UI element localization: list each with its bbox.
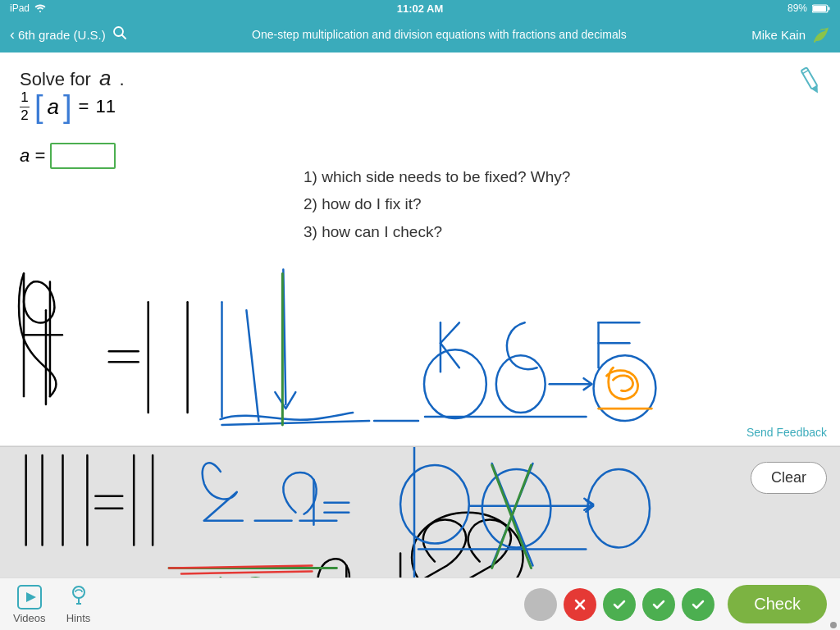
hints-button[interactable]: Hints xyxy=(66,584,92,624)
drawing-canvas-white xyxy=(0,52,840,445)
answer-label: a = xyxy=(20,145,45,167)
answer-input[interactable] xyxy=(50,143,116,169)
answer-bubble-check-1 xyxy=(603,588,636,621)
equation-variable: a xyxy=(48,94,59,120)
back-label: 6th grade (U.S.) xyxy=(18,28,106,42)
variable-label: a xyxy=(99,66,111,90)
svg-point-0 xyxy=(39,11,41,12)
svg-point-16 xyxy=(496,355,546,413)
battery-label: 89% xyxy=(788,2,807,14)
status-left: iPad xyxy=(10,2,46,14)
nav-bar: ‹ 6th grade (U.S.) One-step multiplicati… xyxy=(0,16,840,52)
svg-line-5 xyxy=(121,34,126,39)
bottom-bar: Videos Hints xyxy=(0,578,840,630)
clear-button[interactable]: Clear xyxy=(751,462,827,494)
svg-point-17 xyxy=(594,355,656,421)
questions-block: 1) which side needs to be fixed? Why? 2)… xyxy=(304,163,570,245)
battery-icon xyxy=(812,4,830,13)
main-area: Solve for a . 1 2 [ a ] = 11 a = 1) xyxy=(0,52,840,614)
nav-right: Mike Kain xyxy=(751,25,830,44)
answer-bubble-empty-1 xyxy=(524,588,557,621)
svg-line-48 xyxy=(492,463,533,566)
videos-label: Videos xyxy=(13,612,46,624)
answer-bubble-check-2 xyxy=(642,588,675,621)
svg-rect-2 xyxy=(813,6,826,11)
x-icon xyxy=(573,598,587,611)
svg-rect-3 xyxy=(829,7,830,10)
numerator: 1 xyxy=(21,90,28,106)
status-right: 89% xyxy=(788,2,830,14)
equation-value: 11 xyxy=(95,96,115,117)
svg-line-50 xyxy=(492,465,532,568)
svg-point-44 xyxy=(482,469,551,548)
pencil-icon[interactable] xyxy=(794,64,827,104)
equals-sign: = xyxy=(79,96,89,117)
svg-point-43 xyxy=(400,465,469,544)
leaf-icon xyxy=(810,25,830,44)
time-label: 11:02 AM xyxy=(397,2,444,15)
fraction-display: 1 2 xyxy=(20,90,30,123)
left-bracket: [ xyxy=(34,91,43,122)
user-label: Mike Kain xyxy=(751,28,806,42)
right-bracket: ] xyxy=(63,91,72,122)
videos-button[interactable]: Videos xyxy=(13,584,46,624)
question-3: 3) how can I check? xyxy=(304,218,570,245)
question-1: 1) which side needs to be fixed? Why? xyxy=(304,163,570,190)
send-feedback-link[interactable]: Send Feedback xyxy=(746,426,827,439)
equation-display: 1 2 [ a ] = 11 xyxy=(20,90,116,123)
search-icon[interactable] xyxy=(112,25,127,44)
svg-line-8 xyxy=(803,71,809,74)
question-2: 2) how do I fix it? xyxy=(304,190,570,217)
hint-icon xyxy=(66,584,92,610)
check-icon-1 xyxy=(611,596,628,613)
problem-area: Solve for a . 1 2 [ a ] = 11 a = 1) xyxy=(0,52,840,446)
check-icon-2 xyxy=(651,596,667,613)
answer-bubble-check-3 xyxy=(682,588,714,621)
svg-rect-6 xyxy=(801,67,818,89)
solve-for-label: Solve for a . xyxy=(20,66,125,91)
device-label: iPad xyxy=(10,2,30,14)
svg-point-15 xyxy=(424,349,486,418)
svg-point-45 xyxy=(587,469,650,548)
denominator: 2 xyxy=(21,108,28,124)
answer-row: a = xyxy=(20,143,116,169)
status-bar: iPad 11:02 AM 89% xyxy=(0,0,840,16)
svg-marker-7 xyxy=(812,86,821,95)
svg-line-47 xyxy=(492,463,533,566)
check-icon-3 xyxy=(690,596,706,613)
corner-dot xyxy=(830,622,837,628)
svg-point-58 xyxy=(73,587,84,598)
svg-line-13 xyxy=(222,421,370,425)
svg-line-24 xyxy=(246,310,258,421)
check-button[interactable]: Check xyxy=(728,585,827,623)
play-icon xyxy=(16,584,43,610)
page-title: One-step multiplication and division equ… xyxy=(127,28,751,41)
svg-line-55 xyxy=(181,571,312,573)
back-button[interactable]: ‹ 6th grade (U.S.) xyxy=(10,26,106,43)
wifi-icon xyxy=(34,4,46,12)
back-arrow-icon: ‹ xyxy=(10,26,15,43)
answer-bubble-x xyxy=(564,588,596,621)
answer-bubbles xyxy=(524,588,714,621)
hints-label: Hints xyxy=(66,612,91,624)
svg-line-51 xyxy=(492,465,532,568)
svg-marker-57 xyxy=(26,592,36,602)
